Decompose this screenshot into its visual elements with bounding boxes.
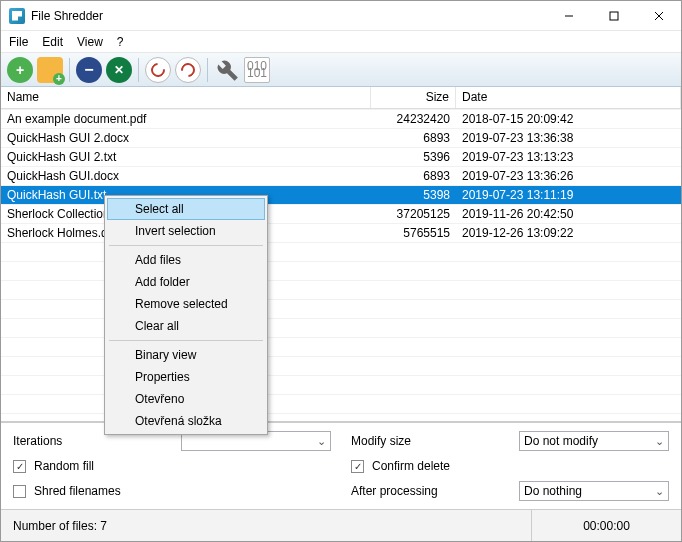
binary-button[interactable]: 010101: [244, 57, 270, 83]
file-name: QuickHash GUI 2.txt: [1, 149, 371, 165]
context-menu-item[interactable]: Otevřeno: [107, 388, 265, 410]
settings-button[interactable]: [214, 57, 240, 83]
table-row[interactable]: QuickHash GUI.docx68932019-07-23 13:36:2…: [1, 166, 681, 185]
col-name[interactable]: Name: [1, 87, 371, 108]
modify-size-combo[interactable]: Do not modify: [519, 431, 669, 451]
confirm-delete-checkbox[interactable]: ✓: [351, 460, 364, 473]
add-folder-button[interactable]: +: [37, 57, 63, 83]
col-size[interactable]: Size: [371, 87, 456, 108]
table-row[interactable]: An example document.pdf242324202018-07-1…: [1, 109, 681, 128]
toolbar-separator: [207, 58, 208, 82]
minimize-button[interactable]: [546, 1, 591, 30]
context-menu-item[interactable]: Invert selection: [107, 220, 265, 242]
iterations-label: Iterations: [13, 434, 62, 448]
after-processing-combo[interactable]: Do nothing: [519, 481, 669, 501]
file-name: QuickHash GUI.docx: [1, 168, 371, 184]
context-menu-item[interactable]: Remove selected: [107, 293, 265, 315]
file-size: 24232420: [371, 111, 456, 127]
context-menu-item[interactable]: Select all: [107, 198, 265, 220]
file-date: 2019-07-23 13:11:19: [456, 187, 681, 203]
modify-size-label: Modify size: [351, 434, 411, 448]
file-name: An example document.pdf: [1, 111, 371, 127]
titlebar: File Shredder: [1, 1, 681, 31]
svg-rect-1: [610, 12, 618, 20]
context-menu-item[interactable]: Otevřená složka: [107, 410, 265, 432]
file-date: 2018-07-15 20:09:42: [456, 111, 681, 127]
status-timer: 00:00:00: [531, 510, 681, 541]
file-date: 2019-12-26 13:09:22: [456, 225, 681, 241]
menu-edit[interactable]: Edit: [42, 35, 63, 49]
toolbar-separator: [138, 58, 139, 82]
status-file-count: Number of files: 7: [1, 519, 531, 533]
file-size: 5765515: [371, 225, 456, 241]
col-date[interactable]: Date: [456, 87, 681, 108]
file-size: 6893: [371, 168, 456, 184]
options-panel: Iterations Modify size Do not modify ✓ R…: [1, 422, 681, 509]
context-menu-item[interactable]: Clear all: [107, 315, 265, 337]
confirm-delete-label: Confirm delete: [372, 459, 450, 473]
menu-file[interactable]: File: [9, 35, 28, 49]
context-menu-item[interactable]: Add folder: [107, 271, 265, 293]
table-row[interactable]: QuickHash GUI 2.txt53962019-07-23 13:13:…: [1, 147, 681, 166]
window-title: File Shredder: [31, 9, 546, 23]
random-fill-label: Random fill: [34, 459, 94, 473]
add-file-button[interactable]: +: [7, 57, 33, 83]
toolbar: + + − ✕ 010101: [1, 53, 681, 87]
shred-filenames-checkbox[interactable]: [13, 485, 26, 498]
app-icon: [9, 8, 25, 24]
file-list-header: Name Size Date: [1, 87, 681, 109]
file-date: 2019-11-26 20:42:50: [456, 206, 681, 222]
file-name: QuickHash GUI 2.docx: [1, 130, 371, 146]
reload-button[interactable]: [175, 57, 201, 83]
context-menu-item[interactable]: Properties: [107, 366, 265, 388]
shred-filenames-label: Shred filenames: [34, 484, 121, 498]
menubar: File Edit View ?: [1, 31, 681, 53]
table-row[interactable]: QuickHash GUI.txt53982019-07-23 13:11:19: [1, 185, 681, 204]
table-row[interactable]: QuickHash GUI 2.docx68932019-07-23 13:36…: [1, 128, 681, 147]
file-size: 6893: [371, 130, 456, 146]
context-menu-item[interactable]: Add files: [107, 249, 265, 271]
maximize-button[interactable]: [591, 1, 636, 30]
context-menu: Select allInvert selectionAdd filesAdd f…: [104, 195, 268, 435]
shred-button[interactable]: ✕: [106, 57, 132, 83]
file-date: 2019-07-23 13:36:38: [456, 130, 681, 146]
file-date: 2019-07-23 13:36:26: [456, 168, 681, 184]
file-size: 37205125: [371, 206, 456, 222]
table-row[interactable]: Sherlock Holmes.docx57655152019-12-26 13…: [1, 223, 681, 242]
toolbar-separator: [69, 58, 70, 82]
file-list[interactable]: Name Size Date An example document.pdf24…: [1, 87, 681, 422]
random-fill-checkbox[interactable]: ✓: [13, 460, 26, 473]
table-row[interactable]: Sherlock Collection.docx372051252019-11-…: [1, 204, 681, 223]
context-menu-item[interactable]: Binary view: [107, 344, 265, 366]
file-date: 2019-07-23 13:13:23: [456, 149, 681, 165]
menu-help[interactable]: ?: [117, 35, 124, 49]
file-size: 5396: [371, 149, 456, 165]
file-size: 5398: [371, 187, 456, 203]
menu-view[interactable]: View: [77, 35, 103, 49]
remove-button[interactable]: −: [76, 57, 102, 83]
after-processing-label: After processing: [351, 484, 438, 498]
status-bar: Number of files: 7 00:00:00: [1, 509, 681, 541]
close-button[interactable]: [636, 1, 681, 30]
refresh-button[interactable]: [145, 57, 171, 83]
